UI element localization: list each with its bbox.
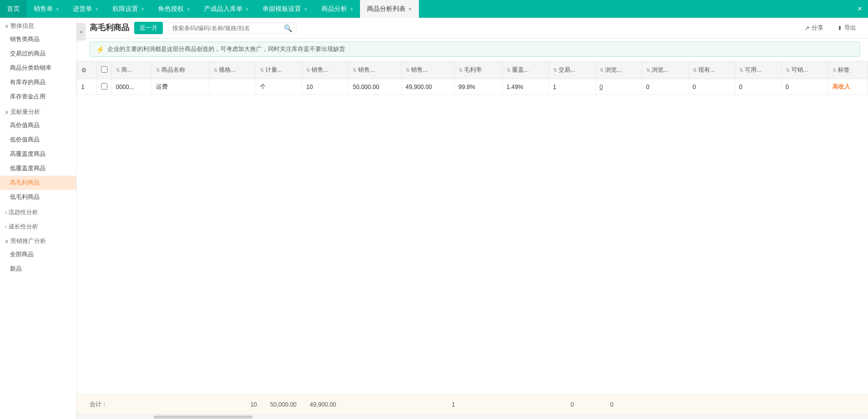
sidebar-group-arrow: ∨ bbox=[5, 109, 8, 115]
nav-item-商品分析[interactable]: 商品分析× bbox=[314, 0, 360, 18]
sidebar-item-有库存的商品[interactable]: 有库存的商品 bbox=[0, 75, 76, 90]
close-app-button[interactable]: × bbox=[852, 0, 868, 18]
table-row: 10000...运费个1050,000.0049,900.0099.8%1.49… bbox=[77, 79, 868, 95]
table-header: ⚙⇅商...⇅商品名称⇅规格...⇅计量...⇅销售...⇅销售...⇅销售..… bbox=[77, 61, 868, 79]
nav-close-产成品入库单[interactable]: × bbox=[246, 6, 249, 12]
sidebar-item-销售类商品[interactable]: 销售类商品 bbox=[0, 32, 76, 47]
cell-spec bbox=[209, 79, 255, 95]
sidebar-item-低毛利商品[interactable]: 低毛利商品 bbox=[0, 190, 76, 204]
col-header-available[interactable]: ⇅可用... bbox=[735, 61, 781, 79]
nav-item-单据模板设置[interactable]: 单据模板设置× bbox=[255, 0, 314, 18]
col-header-name[interactable]: ⇅商品名称 bbox=[152, 61, 209, 79]
sidebar-group-营销推广分析[interactable]: ∨营销推广分析 bbox=[0, 233, 76, 247]
nav-item-商品分析列表[interactable]: 商品分析列表× bbox=[360, 0, 418, 18]
nav-item-角色授权[interactable]: 角色授权× bbox=[151, 0, 197, 18]
search-container: 🔍 bbox=[168, 22, 297, 34]
nav-close-商品分析[interactable]: × bbox=[350, 6, 353, 12]
col-header-current[interactable]: ⇅现有... bbox=[688, 61, 735, 79]
col-header-settings[interactable]: ⚙ bbox=[77, 61, 97, 79]
nav-close-进货单[interactable]: × bbox=[95, 6, 98, 12]
cell-unit: 个 bbox=[255, 79, 302, 95]
sort-icon-saleAmt: ⇅ bbox=[353, 67, 357, 73]
sort-icon-current: ⇅ bbox=[693, 67, 697, 73]
sidebar-group-整体信息[interactable]: ∨整体信息 bbox=[0, 18, 76, 32]
col-header-coverage[interactable]: ⇅覆盖... bbox=[502, 61, 549, 79]
col-header-browse1[interactable]: ⇅浏览... bbox=[595, 61, 642, 79]
sidebar: ∨整体信息销售类商品交易过的商品商品分类助销率有库存的商品库存资金占用∨贡献量分… bbox=[0, 18, 77, 419]
col-header-saleProfit[interactable]: ⇅销售... bbox=[402, 61, 455, 79]
nav-close-角色授权[interactable]: × bbox=[187, 6, 190, 12]
col-header-tradeTimes[interactable]: ⇅交易... bbox=[549, 61, 595, 79]
col-header-saleQty[interactable]: ⇅销售... bbox=[302, 61, 349, 79]
sort-icon-browse1: ⇅ bbox=[600, 67, 604, 73]
sidebar-item-高覆盖度商品[interactable]: 高覆盖度商品 bbox=[0, 147, 76, 161]
cell-available: 0 bbox=[735, 79, 781, 95]
sidebar-collapse-button[interactable]: « bbox=[77, 23, 86, 41]
nav-item-权限设置[interactable]: 权限设置× bbox=[105, 0, 151, 18]
sidebar-group-流趋性分析[interactable]: ›流趋性分析 bbox=[0, 204, 76, 219]
col-header-saleAmt[interactable]: ⇅销售... bbox=[349, 61, 402, 79]
footer-values: 10 50,000.00 49,900.00 1 0 0 bbox=[122, 401, 860, 408]
col-header-spec[interactable]: ⇅规格... bbox=[209, 61, 255, 79]
sidebar-item-商品分类助销率[interactable]: 商品分类助销率 bbox=[0, 61, 76, 75]
nav-item-进货单[interactable]: 进货单× bbox=[66, 0, 105, 18]
header-actions: ↗ 分享 ⬆ 导出 bbox=[801, 22, 860, 34]
nav-item-产成品入库单[interactable]: 产成品入库单× bbox=[197, 0, 255, 18]
col-header-browse2[interactable]: ⇅浏览... bbox=[642, 61, 688, 79]
search-icon[interactable]: 🔍 bbox=[284, 24, 292, 32]
sidebar-item-交易过的商品[interactable]: 交易过的商品 bbox=[0, 47, 76, 61]
export-button[interactable]: ⬆ 导出 bbox=[833, 22, 860, 34]
content-header: 高毛利商品 近一月 🔍 ↗ 分享 ⬆ 导出 bbox=[77, 18, 868, 39]
horizontal-scrollbar[interactable] bbox=[77, 414, 868, 419]
cell-marginRate: 99.8% bbox=[454, 79, 502, 95]
filter-recent-month[interactable]: 近一月 bbox=[134, 22, 163, 34]
nav-close-权限设置[interactable]: × bbox=[141, 6, 144, 12]
cell-saleAmt: 50,000.00 bbox=[349, 79, 402, 95]
search-input[interactable] bbox=[172, 25, 284, 32]
sidebar-item-高毛利商品[interactable]: 高毛利商品 bbox=[0, 176, 76, 190]
footer-trade-times: 1 bbox=[419, 401, 459, 408]
sidebar-group-arrow: › bbox=[5, 210, 6, 215]
nav-close-商品分析列表[interactable]: × bbox=[408, 6, 411, 12]
share-icon: ↗ bbox=[805, 25, 810, 32]
cell-browse1[interactable]: 0 bbox=[595, 79, 642, 95]
footer-available: 0 bbox=[578, 401, 617, 408]
sort-icon-saleProfit: ⇅ bbox=[406, 67, 409, 73]
cell-browse2: 0 bbox=[642, 79, 688, 95]
select-all-checkbox[interactable] bbox=[101, 66, 107, 73]
col-header-checkbox[interactable] bbox=[97, 61, 112, 79]
sidebar-item-全部商品[interactable]: 全部商品 bbox=[0, 247, 76, 262]
sidebar-group-arrow: ∨ bbox=[5, 238, 8, 244]
sidebar-item-低价值商品[interactable]: 低价值商品 bbox=[0, 133, 76, 147]
nav-close-销售单[interactable]: × bbox=[56, 6, 59, 12]
footer-totals: 合计： 10 50,000.00 49,900.00 1 0 0 bbox=[77, 394, 868, 414]
col-header-code[interactable]: ⇅商... bbox=[112, 61, 152, 79]
info-icon: ⚡ bbox=[96, 46, 104, 53]
nav-close-单据模板设置[interactable]: × bbox=[304, 6, 307, 12]
cell-tag: 高收入 bbox=[828, 79, 868, 95]
col-header-saleable[interactable]: ⇅可销... bbox=[781, 61, 828, 79]
share-button[interactable]: ↗ 分享 bbox=[801, 22, 827, 34]
sort-icon-coverage: ⇅ bbox=[507, 67, 511, 73]
sidebar-item-新品[interactable]: 新品 bbox=[0, 262, 76, 276]
nav-item-销售单[interactable]: 销售单× bbox=[27, 0, 66, 18]
col-header-marginRate[interactable]: ⇅毛利率 bbox=[454, 61, 502, 79]
nav-item-首页[interactable]: 首页 bbox=[0, 0, 27, 18]
cell-code: 0000... bbox=[112, 79, 152, 95]
row-checkbox[interactable] bbox=[101, 83, 107, 90]
scrollbar-thumb[interactable] bbox=[153, 416, 253, 419]
sidebar-item-库存资金占用[interactable]: 库存资金占用 bbox=[0, 90, 76, 104]
sidebar-group-arrow: › bbox=[5, 224, 6, 230]
sort-icon-name: ⇅ bbox=[156, 67, 160, 73]
sidebar-item-高价值商品[interactable]: 高价值商品 bbox=[0, 118, 76, 133]
cell-checkbox[interactable] bbox=[97, 79, 112, 95]
page-title: 高毛利商品 bbox=[90, 23, 129, 33]
col-header-unit[interactable]: ⇅计量... bbox=[255, 61, 302, 79]
sidebar-group-成长性分析[interactable]: ›成长性分析 bbox=[0, 219, 76, 233]
col-header-tag[interactable]: ⇅标签 bbox=[828, 61, 868, 79]
sort-icon-tradeTimes: ⇅ bbox=[553, 67, 557, 73]
sidebar-group-贡献量分析[interactable]: ∨贡献量分析 bbox=[0, 104, 76, 118]
sidebar-item-低覆盖度商品[interactable]: 低覆盖度商品 bbox=[0, 161, 76, 176]
footer-sale-profit: 49,900.00 bbox=[301, 401, 340, 408]
content-area: « 高毛利商品 近一月 🔍 ↗ 分享 ⬆ 导出 bbox=[77, 18, 868, 419]
